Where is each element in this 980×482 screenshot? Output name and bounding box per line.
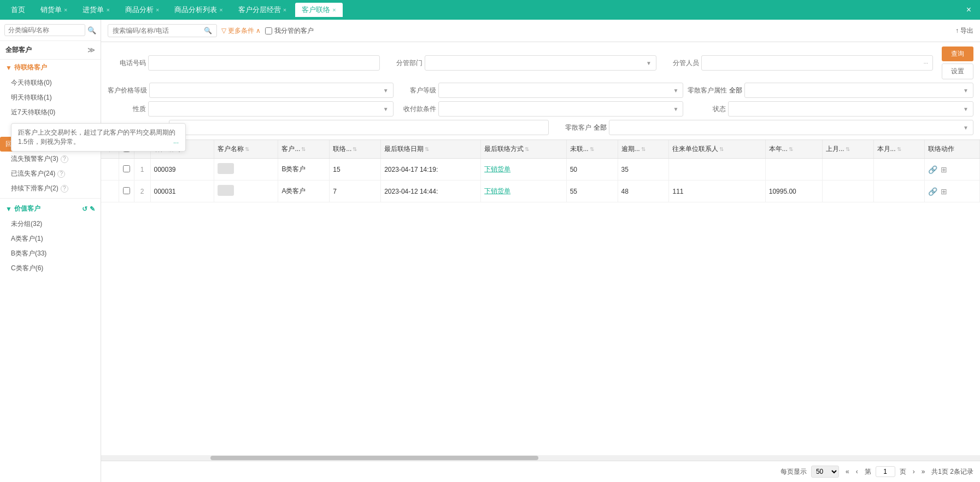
sidebar-item-class-a[interactable]: A类客户(1) — [0, 231, 101, 246]
th-name[interactable]: 客户名称 ⇅ — [214, 140, 278, 159]
sidebar-item-declining[interactable]: 持续下滑客户(2) ? — [0, 181, 101, 196]
status-select[interactable]: ▼ — [728, 101, 973, 117]
close-product-tab[interactable]: × — [156, 7, 159, 13]
sidebar-item-class-c[interactable]: C类客户(6) — [0, 261, 101, 276]
first-page-btn[interactable]: « — [843, 467, 852, 477]
prev-page-btn[interactable]: ‹ — [854, 467, 860, 477]
filter-row-3: 性质 ▼ 收付款条件 ▼ 状态 ▼ — [108, 101, 973, 117]
sidebar-group-value[interactable]: ▼ 价值客户 ↺ ✎ — [0, 201, 101, 217]
price-grade-select[interactable]: ▼ — [149, 83, 394, 98]
row1-checkbox[interactable] — [119, 159, 134, 181]
nav-tab-purchase[interactable]: 进货单 × — [76, 3, 116, 17]
row1-check[interactable] — [123, 165, 130, 172]
row1-method[interactable]: 下销货单 — [481, 159, 566, 181]
sidebar-item-tomorrow-contact[interactable]: 明天待联络(1) — [0, 90, 101, 105]
sidebar-item-churn-warning[interactable]: 流失预警客户(3) ? — [0, 152, 101, 166]
retail-attr-select[interactable]: ▼ — [744, 83, 973, 98]
row1-last-month — [822, 159, 873, 181]
row1-name — [214, 159, 278, 181]
filter-search-input[interactable] — [113, 27, 202, 34]
customer-type-select[interactable] — [169, 120, 549, 135]
row1-empty — [101, 159, 119, 181]
sort-icon-type: ⇅ — [301, 146, 306, 152]
close-sales-tab[interactable]: × — [64, 7, 67, 13]
th-company-contact[interactable]: 往来单位联系人 ⇅ — [669, 140, 765, 159]
sidebar-item-today-contact[interactable]: 今天待联络(0) — [0, 76, 101, 90]
next-page-btn[interactable]: › — [911, 467, 917, 477]
row2-method[interactable]: 下销货单 — [481, 181, 566, 202]
row2-num: 2 — [134, 181, 150, 202]
close-customer-contact-tab[interactable]: × — [332, 7, 336, 13]
branch-person-select[interactable]: ··· — [701, 55, 933, 71]
sort-icon-name: ⇅ — [245, 146, 249, 152]
th-last-month[interactable]: 上月... ⇅ — [822, 140, 873, 159]
branch-dept-select[interactable]: ▼ — [425, 55, 656, 71]
sort-icon-overdue: ⇅ — [641, 146, 645, 152]
phone-input[interactable] — [148, 55, 380, 71]
tooltip-close[interactable]: ... — [173, 137, 179, 145]
th-overdue[interactable]: 逾期... ⇅ — [618, 140, 669, 159]
nav-tab-customer-tier[interactable]: 客户分层经营 × — [232, 3, 293, 17]
filter-bar: 🔍 ▽ 更多条件 ∧ 我分管的客户 ↑ 导出 — [101, 20, 980, 42]
chevron-down-icon-retail2: ▼ — [963, 125, 969, 131]
per-page-select[interactable]: 50 20 100 — [811, 466, 839, 478]
nav-tab-product-list[interactable]: 商品分析列表 × — [168, 3, 229, 17]
row2-link-icon[interactable]: 🔗 — [928, 187, 937, 196]
my-customers-check[interactable] — [265, 27, 272, 34]
row2-checkbox[interactable] — [119, 181, 134, 202]
setting-button[interactable]: 设置 — [942, 63, 973, 79]
sidebar-item-7day-contact[interactable]: 近7天待联络(0) — [0, 105, 101, 120]
my-customers-checkbox[interactable]: 我分管的客户 — [265, 26, 314, 36]
refresh-icon[interactable]: ↺ — [82, 205, 87, 213]
row2-check[interactable] — [123, 187, 130, 194]
filter-row-1: 电话号码 分管部门 ▼ 分管人员 ··· 查询 设置 — [108, 47, 973, 79]
close-product-list-tab[interactable]: × — [219, 7, 222, 13]
nav-tab-product-analysis[interactable]: 商品分析 × — [119, 3, 166, 17]
th-last-contact-method[interactable]: 最后联络方式 ⇅ — [481, 140, 566, 159]
th-this-month[interactable]: 本月... ⇅ — [873, 140, 925, 159]
row1-uncontacted: 50 — [566, 159, 618, 181]
horizontal-scrollbar[interactable] — [101, 455, 980, 461]
nav-tab-sales[interactable]: 销货单 × — [34, 3, 74, 17]
payment-select[interactable]: ▼ — [438, 101, 684, 117]
last-page-btn[interactable]: » — [919, 467, 928, 477]
filter-search-icon[interactable]: 🔍 — [204, 27, 212, 34]
close-customer-tier-tab[interactable]: × — [283, 7, 286, 13]
sidebar-search-input[interactable] — [4, 24, 85, 36]
th-uncontacted[interactable]: 未联... ⇅ — [566, 140, 618, 159]
sidebar-group-contact[interactable]: ▼ 待联络客户 — [0, 60, 101, 76]
sidebar-item-unclassified[interactable]: 未分组(32) — [0, 217, 101, 231]
nav-tab-customer-contact[interactable]: 客户联络 × — [295, 3, 342, 17]
chevron-down-icon-payment: ▼ — [673, 106, 678, 112]
customer-grade-select[interactable]: ▼ — [438, 83, 684, 98]
sidebar-item-class-b[interactable]: B类客户(33) — [0, 246, 101, 261]
sort-icon-this-month: ⇅ — [897, 146, 901, 152]
th-contact[interactable]: 联络... ⇅ — [330, 140, 381, 159]
close-all-tabs[interactable]: × — [962, 5, 976, 15]
row1-grid-icon[interactable]: ⊞ — [941, 165, 947, 174]
th-this-year[interactable]: 本年... ⇅ — [765, 140, 822, 159]
filter-conditions: 电话号码 分管部门 ▼ 分管人员 ··· 查询 设置 — [101, 42, 980, 140]
th-last-contact-date[interactable]: 最后联络日期 ⇅ — [381, 140, 481, 159]
row1-link-icon[interactable]: 🔗 — [928, 165, 937, 174]
edit-icon[interactable]: ✎ — [90, 205, 95, 213]
th-customer-type[interactable]: 客户... ⇅ — [278, 140, 330, 159]
page-number-input[interactable] — [876, 466, 895, 477]
row2-actions: 🔗 ⊞ — [925, 181, 980, 202]
filter-more-conditions[interactable]: ▽ 更多条件 ∧ — [221, 26, 261, 36]
phone-field: 电话号码 — [108, 55, 380, 71]
row2-this-month — [873, 181, 925, 202]
retail-customer-select[interactable]: ▼ — [609, 120, 973, 135]
gender-select[interactable]: ▼ — [148, 101, 394, 117]
sidebar-search-icon[interactable]: 🔍 — [87, 26, 96, 34]
sidebar-collapse-icon[interactable]: ≫ — [87, 46, 95, 54]
status-field: 状态 ▼ — [688, 101, 973, 117]
row2-grid-icon[interactable]: ⊞ — [941, 187, 947, 196]
close-purchase-tab[interactable]: × — [106, 7, 109, 13]
th-action: 联络动作 — [925, 140, 980, 159]
nav-tab-home[interactable]: 首页 — [4, 3, 32, 17]
sidebar-item-churned[interactable]: 已流失客户(24) ? — [0, 166, 101, 181]
export-button[interactable]: ↑ 导出 — [955, 26, 973, 36]
scroll-thumb[interactable] — [210, 456, 538, 460]
query-button[interactable]: 查询 — [942, 47, 973, 61]
